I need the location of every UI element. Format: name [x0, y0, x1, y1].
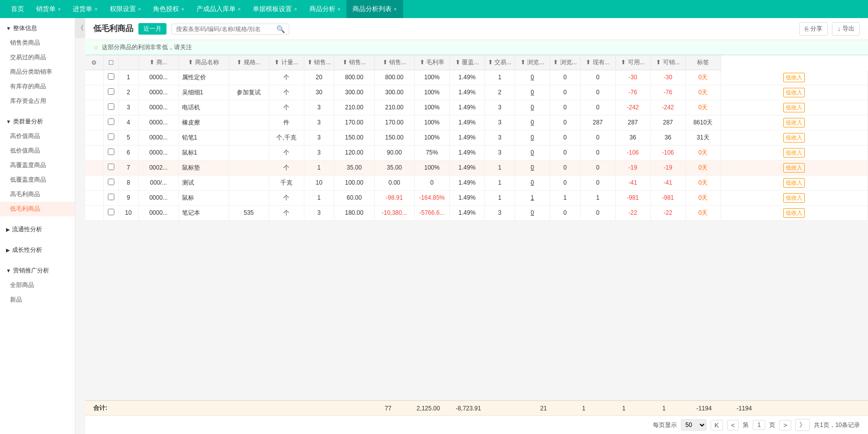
col-checkbox[interactable]: ☐ [103, 55, 118, 70]
col-spec[interactable]: ⬆ 规格... [229, 55, 269, 70]
row-checkbox[interactable] [103, 70, 118, 85]
sidebar-item-sales-goods[interactable]: 销售类商品 [0, 36, 75, 50]
export-button[interactable]: ↓ 导出 [832, 22, 860, 36]
search-icon[interactable]: 🔍 [276, 25, 285, 33]
nav-template[interactable]: 单据模板设置 × [247, 0, 303, 18]
col-unit[interactable]: ⬆ 计量... [269, 55, 304, 70]
date-filter-button[interactable]: 近一月 [138, 23, 166, 35]
sidebar-item-new-goods[interactable]: 新品 [0, 293, 75, 307]
nav-role-close[interactable]: × [181, 6, 184, 12]
col-trade[interactable]: ⬆ 交易... [484, 55, 514, 70]
sidebar-item-all-goods[interactable]: 全部商品 [0, 278, 75, 293]
sidebar-item-high-coverage[interactable]: 高覆盖度商品 [0, 158, 75, 173]
row-qty: 1 [304, 190, 334, 205]
col-days[interactable]: ⬆ 可销... [650, 55, 685, 70]
nav-template-close[interactable]: × [294, 6, 297, 12]
row-checkbox[interactable] [103, 160, 118, 175]
sidebar-item-category-rate[interactable]: 商品分类助销率 [0, 65, 75, 79]
row-trade[interactable]: 0 [515, 205, 550, 220]
nav-product-entry-close[interactable]: × [238, 6, 241, 12]
first-page-button[interactable]: K [711, 420, 723, 430]
row-sales: 90.00 [374, 145, 414, 160]
nav-product-entry[interactable]: 产成品入库单 × [191, 0, 247, 18]
col-stock[interactable]: ⬆ 现有... [580, 55, 615, 70]
row-trade[interactable]: 0 [515, 145, 550, 160]
col-qty[interactable]: ⬆ 销售... [304, 55, 334, 70]
row-avail: -30 [650, 70, 685, 85]
col-avail[interactable]: ⬆ 可用... [615, 55, 650, 70]
nav-permission[interactable]: 权限设置 × [104, 0, 147, 18]
col-price[interactable]: ⬆ 销售... [334, 55, 374, 70]
row-trade[interactable]: 1 [515, 190, 550, 205]
row-checkbox[interactable] [103, 145, 118, 160]
row-days: 0天 [685, 205, 721, 220]
row-trade[interactable]: 0 [515, 175, 550, 190]
row-trade[interactable]: 0 [515, 115, 550, 130]
row-coverage: 3 [484, 145, 514, 160]
search-input[interactable] [176, 26, 276, 33]
next-page-button[interactable]: > [779, 420, 791, 430]
sidebar-item-capital[interactable]: 库存资金占用 [0, 94, 75, 108]
prev-page-button[interactable]: < [727, 420, 739, 430]
row-margin: 1.49% [449, 145, 484, 160]
nav-sales-close[interactable]: × [58, 6, 61, 12]
sidebar-item-low-coverage[interactable]: 低覆盖度商品 [0, 173, 75, 187]
row-stock: -106 [615, 145, 650, 160]
row-margin: 1.49% [449, 160, 484, 175]
row-unit: 个 [269, 145, 304, 160]
row-checkbox[interactable] [103, 190, 118, 205]
row-browse1: 0 [550, 145, 580, 160]
nav-home[interactable]: 首页 [5, 0, 30, 18]
row-trade[interactable]: 0 [515, 70, 550, 85]
row-checkbox[interactable] [103, 175, 118, 190]
sidebar-item-instock[interactable]: 有库存的商品 [0, 79, 75, 94]
per-page-select[interactable]: 50 100 200 [681, 419, 707, 430]
row-code: 0000... [138, 100, 179, 115]
sidebar-item-high-margin[interactable]: 高毛利商品 [0, 187, 75, 202]
last-page-button[interactable]: 》 [795, 419, 810, 431]
footer-price-total: 2,125.00 [408, 405, 448, 412]
sidebar-item-low-value[interactable]: 低价值商品 [0, 143, 75, 158]
row-spec [229, 70, 269, 85]
col-code[interactable]: ⬆ 商... [138, 55, 179, 70]
nav-analysis-list-close[interactable]: × [394, 6, 397, 12]
row-trade[interactable]: 0 [515, 130, 550, 145]
sidebar-section-overview-header[interactable]: ▼ 整体信息 [0, 21, 75, 36]
row-checkbox[interactable] [103, 100, 118, 115]
share-button[interactable]: ⎘ 分享 [799, 22, 828, 36]
nav-purchase-close[interactable]: × [94, 6, 97, 12]
row-coverage: 3 [484, 130, 514, 145]
row-trade[interactable]: 0 [515, 160, 550, 175]
nav-permission-close[interactable]: × [138, 6, 141, 12]
sidebar-section-flow-header[interactable]: ▶ 流通性分析 [0, 222, 75, 237]
nav-role[interactable]: 角色授权 × [147, 0, 190, 18]
row-trade[interactable]: 0 [515, 100, 550, 115]
sidebar-item-low-margin[interactable]: 低毛利商品 [0, 202, 75, 216]
row-trade[interactable]: 0 [515, 85, 550, 100]
row-checkbox[interactable] [103, 130, 118, 145]
col-browse2[interactable]: ⬆ 浏览... [550, 55, 580, 70]
row-checkbox[interactable] [103, 205, 118, 220]
nav-analysis[interactable]: 商品分析 × [303, 0, 346, 18]
row-price: 800.00 [334, 70, 374, 85]
sidebar-section-overview-label: 整体信息 [13, 24, 37, 33]
nav-purchase[interactable]: 进货单 × [67, 0, 103, 18]
sidebar-section-marketing-header[interactable]: ▼ 营销推广分析 [0, 263, 75, 278]
sidebar-item-traded-goods[interactable]: 交易过的商品 [0, 50, 75, 65]
col-sales[interactable]: ⬆ 销售... [374, 55, 414, 70]
sidebar-section-growth-header[interactable]: ▶ 成长性分析 [0, 243, 75, 257]
arrow-icon4: ▶ [6, 247, 10, 253]
col-margin[interactable]: ⬆ 毛利率 [414, 55, 449, 70]
col-coverage[interactable]: ⬆ 覆盖... [449, 55, 484, 70]
sidebar-collapse-button[interactable]: 《 [75, 18, 85, 38]
sidebar-section-group-header[interactable]: ▼ 类群量分析 [0, 114, 75, 129]
sidebar-item-high-value[interactable]: 高价值商品 [0, 129, 75, 143]
col-settings[interactable]: ⚙ [85, 55, 103, 70]
col-name[interactable]: ⬆ 商品名称 [179, 55, 229, 70]
nav-analysis-list[interactable]: 商品分析列表 × [346, 0, 403, 18]
col-browse1[interactable]: ⬆ 浏览... [515, 55, 550, 70]
row-checkbox[interactable] [103, 85, 118, 100]
nav-sales[interactable]: 销货单 × [30, 0, 67, 18]
row-checkbox[interactable] [103, 115, 118, 130]
nav-analysis-close[interactable]: × [337, 6, 340, 12]
